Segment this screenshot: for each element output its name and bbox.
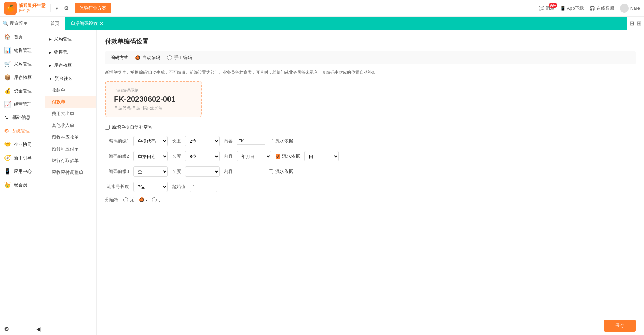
auto-fill-label: 新增单据自动补空号: [112, 124, 152, 130]
sidebar-item-apps[interactable]: 📱 应用中心: [0, 165, 45, 178]
content3-value: [237, 168, 265, 175]
sub-menu-item-bank[interactable]: 银行存取款单: [45, 155, 96, 167]
sidebar-label-finance: 资金管理: [14, 88, 32, 94]
sub-menu-group-stock: ▶ 库存核算: [45, 59, 96, 71]
code-preview-label: 当前编码示例：: [114, 87, 193, 93]
message-button[interactable]: 💬 消息 99+: [539, 5, 555, 11]
tab-close-icon[interactable]: ✕: [100, 21, 103, 26]
code-preview-value: FK-20230602-001: [114, 95, 193, 104]
app-logo: 🍊 畅通道好生意 插件版: [4, 2, 46, 15]
prefix1-select[interactable]: 单据代码 部门 业务员 空: [133, 136, 168, 146]
stream2-unit-select[interactable]: 日 月 年: [304, 151, 339, 161]
sidebar-item-system[interactable]: ⚙ 系统管理: [0, 124, 45, 138]
sep-dot-radio[interactable]: [152, 197, 157, 202]
settings-bottom-icon[interactable]: ⚙: [4, 326, 9, 332]
sub-menu-item-prepay-recv[interactable]: 预收冲应收单: [45, 131, 96, 143]
sidebar-item-enterprise[interactable]: 🤝 企业协同: [0, 138, 45, 151]
search-menu[interactable]: 🔍 搜索菜单: [0, 17, 45, 30]
manual-encode-radio[interactable]: [167, 55, 172, 60]
sidebar-item-home[interactable]: 🏠 首页: [0, 30, 45, 44]
stream3-checkbox-label[interactable]: 流水依据: [269, 168, 293, 175]
sub-menu-item-prepay-pay[interactable]: 预付冲应付单: [45, 143, 96, 155]
serial-length-label: 流水号长度: [105, 184, 129, 190]
stream2-checkbox-label[interactable]: 流水依据: [276, 153, 300, 159]
sub-menu-item-income[interactable]: 其他收入单: [45, 120, 96, 131]
operation-icon: 📈: [4, 101, 11, 108]
sub-menu-item-adjust[interactable]: 应收应付调整单: [45, 167, 96, 178]
sidebar-item-sales[interactable]: 📊 销售管理: [0, 44, 45, 57]
length1-label: 长度: [172, 138, 181, 144]
topbar-nav[interactable]: ▾: [56, 6, 58, 11]
manual-encode-option[interactable]: 手工编码: [167, 55, 192, 61]
minimize-icon[interactable]: ⊟: [629, 20, 634, 27]
sidebar-item-purchase[interactable]: 🛒 采购管理: [0, 57, 45, 71]
sep-dot-option[interactable]: .: [152, 197, 160, 203]
stream3-checkbox[interactable]: [269, 169, 273, 174]
sub-menu-item-payment[interactable]: 付款单: [45, 96, 96, 108]
sep-dash-symbol: -: [146, 197, 147, 203]
sub-menu-header-fund[interactable]: ▼ 资金往来: [45, 73, 96, 84]
info-text: 新增单据时，'单据编码'自动生成，不可编辑。前缀设置为部门、业务员等档案类，开单…: [105, 69, 636, 76]
sub-menu-item-receipt[interactable]: 收款单: [45, 84, 96, 96]
tab-encoding[interactable]: 单据编码设置 ✕: [65, 17, 109, 30]
user-profile[interactable]: Nare: [620, 4, 640, 13]
sidebar-label-system: 系统管理: [12, 128, 30, 134]
tab-home[interactable]: 首页: [45, 17, 65, 30]
save-button[interactable]: 保存: [604, 320, 636, 332]
stream2-checkbox[interactable]: [276, 154, 280, 159]
topbar-right: 💬 消息 99+ 📱 App下载 🎧 在线客服 Nare: [539, 4, 640, 13]
expand-icon[interactable]: ⊞: [637, 20, 641, 27]
nav-dropdown-icon[interactable]: ▾: [56, 6, 58, 11]
auto-encode-option[interactable]: 自动编码: [135, 55, 160, 61]
content2-select[interactable]: 年月日 年月 年 月日: [237, 151, 271, 161]
sep-dash-option[interactable]: -: [139, 197, 147, 203]
prefix2-select[interactable]: 单据日期 年 月 日 空: [133, 151, 168, 161]
length2-select[interactable]: 8位 6位 4位: [185, 151, 220, 161]
tab-bar-spacer: [109, 17, 627, 30]
page-title: 付款单编码设置: [105, 37, 636, 46]
length1-select[interactable]: 2位 3位 4位: [185, 136, 220, 146]
sep-none-radio[interactable]: [123, 197, 128, 202]
tab-home-label: 首页: [50, 20, 59, 27]
sub-menu-group-fund: ▼ 资金往来 收款单 付款单 费用支出单 其他收入单 预收冲应收单 预付冲应付单…: [45, 73, 96, 178]
basic-icon: 🗂: [4, 114, 10, 121]
auto-fill-checkbox[interactable]: [105, 125, 110, 130]
sidebar-item-vip[interactable]: 👑 畅会员: [0, 178, 45, 192]
sub-menu-item-expense[interactable]: 费用支出单: [45, 108, 96, 120]
sidebar-item-basic[interactable]: 🗂 基础信息: [0, 111, 45, 124]
serial-length-select[interactable]: 3位 4位 5位 6位: [133, 182, 168, 192]
sub-menu-header-stock[interactable]: ▶ 库存核算: [45, 59, 96, 71]
sidebar-item-inventory[interactable]: 📦 库存核算: [0, 71, 45, 84]
enterprise-icon: 🤝: [4, 141, 11, 148]
stream1-checkbox-label[interactable]: 流水依据: [269, 138, 293, 144]
trial-button[interactable]: 体验行业方案: [75, 3, 111, 13]
sep-dash-radio[interactable]: [139, 197, 144, 202]
sidebar: 🔍 搜索菜单 🏠 首页 📊 销售管理 🛒 采购管理 📦 库存核算 💰 资金管理 …: [0, 17, 45, 335]
sidebar-item-operation[interactable]: 📈 经营管理: [0, 97, 45, 111]
auto-fill-row[interactable]: 新增单据自动补空号: [105, 124, 636, 130]
apps-icon: 📱: [4, 168, 11, 175]
settings-button[interactable]: ⚙: [61, 3, 71, 13]
message-badge: 99+: [549, 3, 557, 8]
app-download-button[interactable]: 📱 App下载: [560, 5, 584, 11]
start-value-input[interactable]: [190, 182, 217, 192]
message-icon: 💬: [539, 6, 544, 11]
auto-encode-radio[interactable]: [135, 55, 140, 60]
sidebar-label-apps: 应用中心: [14, 168, 32, 175]
code-preview-box: 当前编码示例： FK-20230602-001 单据代码-单据日期-流水号: [105, 81, 202, 117]
sep-none-option[interactable]: 无: [123, 197, 134, 203]
online-service-button[interactable]: 🎧 在线客服: [589, 5, 614, 11]
sub-menu-header-sales[interactable]: ▶ 销售管理: [45, 46, 96, 58]
collapse-icon[interactable]: ◀: [36, 326, 40, 332]
length3-select[interactable]: [185, 166, 220, 177]
finance-icon: 💰: [4, 87, 11, 94]
prefix3-select[interactable]: 空 单据代码 部门 业务员: [133, 166, 168, 177]
sidebar-item-finance[interactable]: 💰 资金管理: [0, 84, 45, 97]
sub-sidebar: ▶ 采购管理 ▶ 销售管理 ▶ 库存核算: [45, 30, 97, 335]
sub-menu-header-purchase[interactable]: ▶ 采购管理: [45, 33, 96, 45]
sidebar-label-home: 首页: [14, 34, 23, 40]
logo-icon: 🍊: [4, 2, 17, 15]
sidebar-label-sales: 销售管理: [14, 47, 32, 54]
sidebar-item-guide[interactable]: 🧭 新手引导: [0, 151, 45, 165]
stream1-checkbox[interactable]: [269, 139, 273, 143]
